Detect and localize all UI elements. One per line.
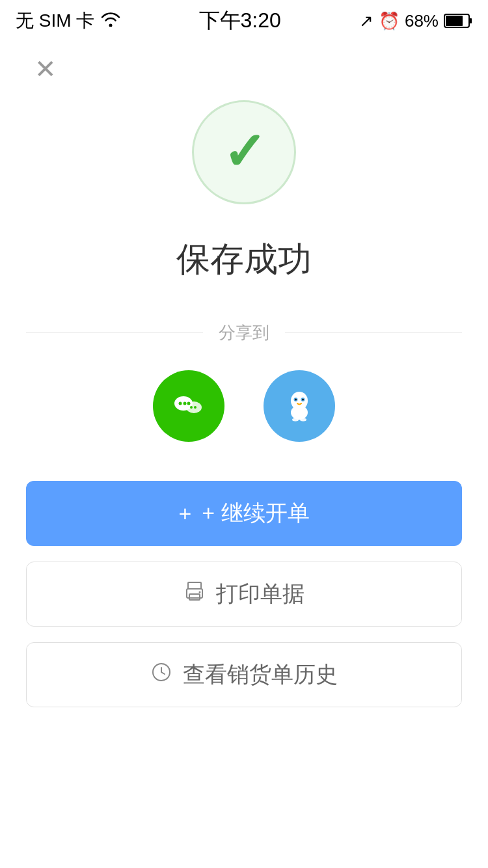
svg-rect-2 xyxy=(470,18,472,23)
share-label: 分享到 xyxy=(203,321,285,344)
svg-point-14 xyxy=(295,399,297,401)
print-icon xyxy=(183,580,206,608)
qq-icon xyxy=(280,387,319,426)
svg-point-15 xyxy=(302,399,304,401)
svg-rect-20 xyxy=(189,594,200,600)
status-carrier: 无 SIM 卡 xyxy=(16,8,120,33)
qq-share-button[interactable] xyxy=(264,370,335,442)
carrier-text: 无 SIM 卡 xyxy=(16,8,94,33)
print-label: 打印单据 xyxy=(216,579,305,609)
print-button[interactable]: 打印单据 xyxy=(26,562,462,627)
battery-text: 68% xyxy=(405,11,439,31)
status-right: ↗ ⏰ 68% xyxy=(359,11,472,31)
share-icons-row xyxy=(153,370,335,442)
battery-icon xyxy=(444,14,472,28)
checkmark-icon: ✓ xyxy=(223,126,266,178)
svg-point-16 xyxy=(292,418,299,422)
share-section: 分享到 xyxy=(0,321,488,442)
success-title: 保存成功 xyxy=(176,237,312,282)
history-icon xyxy=(150,661,172,688)
actions-section: + + 继续开单 打印单据 查看销货单历 xyxy=(0,481,488,707)
share-divider-row: 分享到 xyxy=(0,321,488,344)
location-icon: ↗ xyxy=(359,11,373,31)
svg-point-6 xyxy=(183,402,187,405)
status-bar: 无 SIM 卡 下午3:20 ↗ ⏰ 68% xyxy=(0,0,488,42)
plus-icon: + xyxy=(178,501,191,526)
wechat-share-button[interactable] xyxy=(153,370,224,442)
svg-point-5 xyxy=(179,402,182,405)
continue-label: + 继续开单 xyxy=(202,498,309,528)
wifi-icon xyxy=(101,11,120,31)
close-icon: ✕ xyxy=(34,54,57,84)
divider-right xyxy=(285,332,462,333)
wechat-icon xyxy=(169,387,208,426)
close-button[interactable]: ✕ xyxy=(26,49,65,88)
svg-point-7 xyxy=(187,402,191,405)
svg-rect-18 xyxy=(188,582,201,589)
continue-button[interactable]: + + 继续开单 xyxy=(26,481,462,546)
history-label: 查看销货单历史 xyxy=(183,660,338,690)
svg-point-8 xyxy=(190,406,193,409)
svg-point-11 xyxy=(291,405,308,420)
alarm-icon: ⏰ xyxy=(379,11,400,31)
divider-left xyxy=(26,332,203,333)
svg-point-17 xyxy=(300,418,306,422)
svg-rect-1 xyxy=(446,16,463,26)
status-time: 下午3:20 xyxy=(199,7,281,35)
main-content: ✓ 保存成功 分享到 xyxy=(0,42,488,707)
svg-point-9 xyxy=(194,406,197,409)
success-circle: ✓ xyxy=(192,100,296,204)
svg-point-21 xyxy=(199,591,201,593)
history-button[interactable]: 查看销货单历史 xyxy=(26,642,462,707)
